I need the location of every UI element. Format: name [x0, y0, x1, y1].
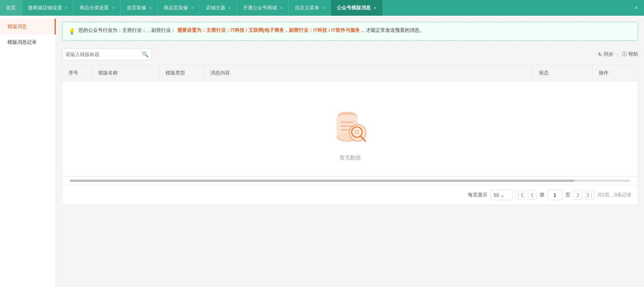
search-box: 🔍: [62, 48, 152, 60]
info-banner: 💡 您的公众号行业为：主营行业：，副营行业： 需要设置为：主营行业：IT科技 /…: [62, 22, 638, 41]
col-header-type: 模版类型: [160, 65, 204, 81]
search-icon[interactable]: 🔍: [142, 51, 148, 57]
tab-template-msg-label: 公众号模版消息: [337, 4, 371, 11]
col-header-status: 状态: [533, 65, 593, 81]
help-button[interactable]: ⓘ 帮助: [622, 51, 638, 58]
sidebar: 模版消息 模版消息记录: [0, 16, 56, 287]
toolbar-right: ↻ 同步 | ⓘ 帮助: [598, 51, 638, 58]
page-unit: 页: [566, 192, 570, 198]
tab-home[interactable]: 首页: [0, 0, 22, 16]
toolbar-divider: |: [617, 52, 618, 57]
tab-product-page[interactable]: 商品页装修 ×: [158, 0, 200, 16]
tab-open-mall-close[interactable]: ×: [280, 6, 282, 10]
empty-icon: [328, 104, 373, 149]
page-label: 第: [540, 192, 545, 198]
tab-open-mall-label: 开通公众号商城: [243, 4, 277, 11]
tab-store-theme-close[interactable]: ×: [228, 6, 231, 10]
col-header-name: 模版名称: [92, 65, 160, 81]
next-page-button[interactable]: ❯: [573, 190, 582, 199]
main-layout: 模版消息 模版消息记录 💡 您的公众号行业为：主营行业：，副营行业： 需要设置为…: [0, 16, 644, 287]
scrollbar-thumb: [70, 180, 574, 182]
tab-product-cat-close[interactable]: ×: [112, 6, 114, 10]
help-circle-icon: ⓘ: [622, 51, 627, 58]
toolbar: 🔍 ↻ 同步 | ⓘ 帮助: [62, 48, 638, 60]
pagination-info: 共0页，0条记录: [597, 192, 632, 198]
pagination: 每页显示 50 ⌄ ❘❮ ❮ 第 页 ❯ ❯❘ 共0页，0条记录: [62, 185, 638, 205]
info-banner-text: 您的公众号行业为：主营行业：，副营行业： 需要设置为：主营行业：IT科技 / 互…: [78, 27, 424, 34]
info-suffix: 才能正常发送预置的消息。: [366, 27, 424, 33]
table-header: 序号 模版名称 模版类型 消息内容 状态 操作: [62, 65, 638, 81]
tab-custom-menu-close[interactable]: ×: [322, 6, 324, 10]
sync-label: 同步: [604, 51, 613, 58]
search-input[interactable]: [65, 52, 142, 57]
sidebar-item-template-msg[interactable]: 模版消息: [0, 19, 56, 34]
empty-text: 暂无数据: [340, 155, 361, 161]
tab-open-mall[interactable]: 开通公众号商城 ×: [237, 0, 289, 16]
tab-home-decor-close[interactable]: ×: [149, 6, 151, 10]
tab-store-theme-label: 店铺主题: [206, 4, 225, 11]
tab-store-theme[interactable]: 店铺主题 ×: [200, 0, 237, 16]
tab-template-msg-close[interactable]: ×: [374, 6, 376, 10]
col-header-action: 操作: [593, 65, 638, 81]
bulb-icon: 💡: [68, 27, 76, 36]
sidebar-item-template-log[interactable]: 模版消息记录: [0, 34, 56, 50]
sidebar-item-template-log-label: 模版消息记录: [7, 39, 37, 45]
tab-bar: 首页 微商城店铺设置 × 商品分类设置 × 首页装修 × 商品页装修 × 店铺主…: [0, 0, 644, 16]
table-container: 序号 模版名称 模版类型 消息内容 状态 操作: [62, 65, 638, 205]
tab-custom-menu[interactable]: 自定义菜单 ×: [289, 0, 331, 16]
col-header-index: 序号: [62, 65, 92, 81]
prev-page-button[interactable]: ❮: [528, 190, 537, 199]
per-page-value: 50: [494, 192, 499, 198]
tab-product-cat[interactable]: 商品分类设置 ×: [74, 0, 120, 16]
last-page-button[interactable]: ❯❘: [585, 190, 594, 199]
info-prefix: 您的公众号行业为：主营行业：，副营行业：: [78, 27, 176, 33]
chevron-down-icon: ⌄: [500, 192, 505, 198]
col-header-content: 消息内容: [204, 65, 533, 81]
tab-micro-shop-label: 微商城店铺设置: [28, 4, 62, 11]
per-page-select[interactable]: 50 ⌄: [490, 190, 513, 200]
main-content: 💡 您的公众号行业为：主营行业：，副营行业： 需要设置为：主营行业：IT科技 /…: [56, 16, 644, 287]
help-label: 帮助: [628, 51, 638, 58]
tab-home-decor-label: 首页装修: [127, 4, 146, 11]
tab-product-page-label: 商品页装修: [164, 4, 188, 11]
page-input[interactable]: [548, 190, 563, 200]
tab-product-page-close[interactable]: ×: [191, 6, 193, 10]
tab-home-decor[interactable]: 首页装修 ×: [121, 0, 158, 16]
tab-template-msg[interactable]: 公众号模版消息 ×: [331, 0, 382, 16]
sync-icon: ↻: [598, 52, 602, 57]
svg-point-8: [357, 130, 359, 132]
per-page-label: 每页显示: [468, 192, 487, 198]
close-all-tabs-button[interactable]: ×: [629, 4, 644, 11]
sidebar-item-template-msg-label: 模版消息: [7, 24, 27, 29]
empty-state: 暂无数据: [62, 81, 638, 176]
tab-custom-menu-label: 自定义菜单: [295, 4, 319, 11]
tab-home-label: 首页: [6, 4, 16, 11]
scrollbar-track[interactable]: [70, 180, 630, 182]
first-page-button[interactable]: ❘❮: [516, 190, 525, 199]
tab-micro-shop-close[interactable]: ×: [65, 6, 67, 10]
sync-button[interactable]: ↻ 同步: [598, 51, 613, 58]
tab-product-cat-label: 商品分类设置: [80, 4, 109, 11]
info-highlight: 需要设置为：主营行业：IT科技 / 互联网|电子商务，副营行业：IT科技 / I…: [177, 27, 365, 33]
tab-micro-shop[interactable]: 微商城店铺设置 ×: [22, 0, 74, 16]
svg-point-7: [355, 130, 357, 132]
scrollbar-area: [62, 176, 638, 185]
